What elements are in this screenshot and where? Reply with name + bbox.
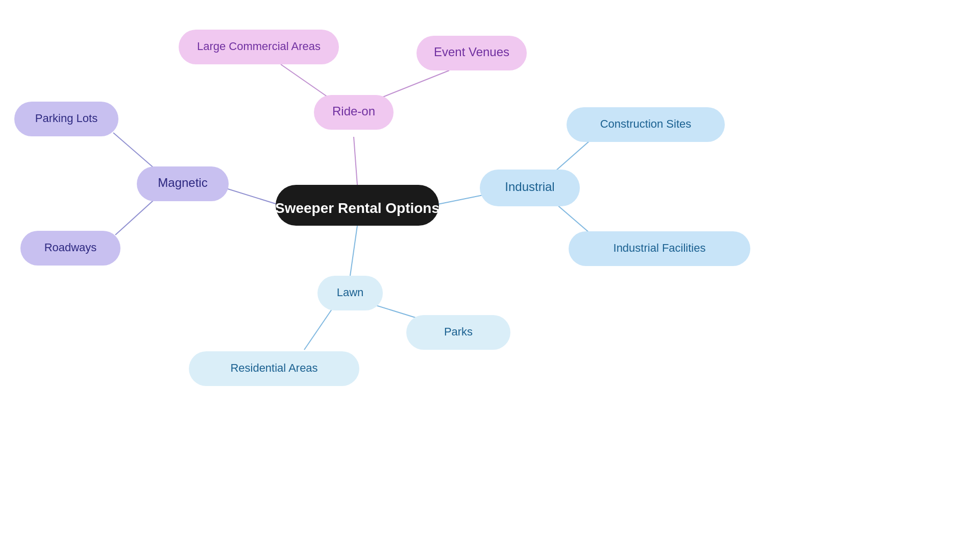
line-center-magnetic	[225, 188, 277, 204]
construction-sites-node-label: Construction Sites	[600, 117, 692, 130]
line-industrial-facilities	[556, 204, 593, 236]
line-rideon-event-venues	[378, 70, 449, 99]
line-center-lawn	[350, 226, 357, 276]
industrial-facilities-node-label: Industrial Facilities	[614, 242, 706, 254]
event-venues-node-label: Event Venues	[434, 45, 509, 59]
large-commercial-node-label: Large Commercial Areas	[197, 40, 321, 53]
line-center-rideon	[354, 137, 357, 185]
lawn-node-label: Lawn	[337, 286, 364, 299]
magnetic-node-label: Magnetic	[158, 176, 207, 189]
industrial-node-label: Industrial	[505, 180, 554, 194]
roadways-node-label: Roadways	[44, 241, 97, 254]
parks-node-label: Parks	[444, 325, 473, 338]
line-rideon-large-commercial	[281, 64, 331, 99]
rideon-node-label: Ride-on	[332, 104, 375, 118]
line-lawn-residential	[304, 309, 332, 350]
parking-lots-node-label: Parking Lots	[35, 112, 97, 125]
center-node-label: Sweeper Rental Options	[275, 200, 439, 216]
residential-areas-node-label: Residential Areas	[230, 362, 317, 374]
